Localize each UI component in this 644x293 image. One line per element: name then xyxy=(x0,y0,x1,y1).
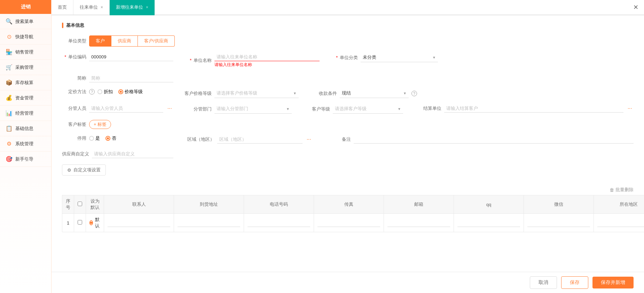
pricing-help-icon[interactable]: ? xyxy=(89,89,95,95)
sidebar-item-search[interactable]: 🔍 搜索菜单 xyxy=(0,14,51,29)
gear-icon: ⚙ xyxy=(67,168,71,173)
customer-level-select[interactable]: 请选择客户等级 ▼ xyxy=(333,104,403,114)
pricing-radio-discount[interactable]: 折扣 xyxy=(97,89,113,95)
disabled-yes-label: 是 xyxy=(95,135,100,141)
tab-new-partner-label: 新增往来单位 xyxy=(116,4,143,10)
basic-icon: 📋 xyxy=(6,125,13,132)
cell-email[interactable] xyxy=(384,214,454,232)
row-checkbox[interactable] xyxy=(78,220,82,225)
tab-bar-close-all[interactable]: ✕ xyxy=(628,3,644,11)
cancel-button[interactable]: 取消 xyxy=(530,276,557,289)
sidebar-item-system[interactable]: ⚙ 系统管理 xyxy=(0,136,51,152)
tab-partners[interactable]: 往来单位 × xyxy=(73,0,110,15)
unit-class-select[interactable]: 未分类 ▼ xyxy=(361,53,438,62)
cell-fax[interactable] xyxy=(314,214,384,232)
contact-input[interactable] xyxy=(108,219,170,227)
pricing-group: 定价方法 ? 折扣 价格等级 xyxy=(62,89,173,95)
sidebar-item-finance[interactable]: 💰 资金管理 xyxy=(0,90,51,106)
tag-group: 客户标签 + 标签 xyxy=(62,120,634,129)
cell-contact[interactable] xyxy=(104,214,174,232)
col-contact: 联系人 xyxy=(104,195,174,214)
type-btn-customer[interactable]: 客户 xyxy=(89,35,111,47)
supervisor-more-icon[interactable]: ··· xyxy=(166,105,173,112)
remark-input[interactable] xyxy=(354,135,634,144)
tag-label: 客户标签 xyxy=(62,121,86,128)
cell-region[interactable] xyxy=(594,214,644,232)
table-toolbar: 🗑 批量删除 xyxy=(62,187,634,193)
tab-home-label: 首页 xyxy=(58,4,67,10)
sidebar-item-basic[interactable]: 📋 基础信息 xyxy=(0,121,51,136)
type-btn-supplier[interactable]: 供应商 xyxy=(111,35,138,47)
sidebar-item-label: 基础信息 xyxy=(15,125,33,132)
unit-code-input[interactable] xyxy=(89,53,173,61)
tab-home[interactable]: 首页 xyxy=(52,0,73,15)
default-label: 默认 xyxy=(94,217,100,229)
settlement-input[interactable] xyxy=(444,104,623,113)
dept-select[interactable]: 请输入分管部门 ▼ xyxy=(214,104,292,114)
sidebar-item-operations[interactable]: 📊 经营管理 xyxy=(0,106,51,121)
sidebar-item-purchase[interactable]: 🛒 采购管理 xyxy=(0,60,51,75)
payment-select[interactable]: 现结 ▼ xyxy=(340,89,409,98)
pricing-label: 定价方法 xyxy=(62,89,86,95)
batch-delete-button[interactable]: 🗑 批量删除 xyxy=(610,187,634,193)
supplier-custom-input[interactable] xyxy=(92,150,173,158)
cell-address[interactable] xyxy=(174,214,244,232)
supervisor-input[interactable] xyxy=(89,104,163,113)
disabled-label: 停用 xyxy=(62,135,86,141)
settlement-more-icon[interactable]: ··· xyxy=(626,105,634,112)
save-new-button[interactable]: 保存并新增 xyxy=(592,277,634,288)
chevron-down-icon: ▼ xyxy=(432,56,436,59)
tab-partners-label: 往来单位 xyxy=(80,4,98,10)
unit-type-row: 单位类型 客户 供应商 客户/供应商 xyxy=(62,35,634,47)
qq-input[interactable] xyxy=(457,219,520,227)
sidebar-item-label: 销售管理 xyxy=(15,49,33,55)
disabled-yes[interactable]: 是 xyxy=(89,135,100,141)
supervisor-label: 分管人员 xyxy=(62,105,86,112)
trash-icon: 🗑 xyxy=(610,187,614,193)
save-button[interactable]: 保存 xyxy=(561,276,588,289)
select-all-checkbox[interactable] xyxy=(78,202,82,206)
content-area: 基本信息 单位类型 客户 供应商 客户/供应商 * 单位编码 xyxy=(52,15,644,272)
custom-settings-label: 自定义项设置 xyxy=(73,167,101,173)
cell-phone[interactable] xyxy=(244,214,314,232)
sidebar-item-guide[interactable]: 🎯 新手引导 xyxy=(0,152,51,167)
custom-settings-button[interactable]: ⚙ 自定义项设置 xyxy=(62,164,106,176)
wechat-input[interactable] xyxy=(527,219,590,227)
unit-name-input[interactable] xyxy=(214,53,320,61)
section-header: 基本信息 xyxy=(62,22,634,29)
tab-new-partner-close[interactable]: × xyxy=(146,5,148,10)
tab-partners-close[interactable]: × xyxy=(101,5,103,10)
region-cell-input[interactable] xyxy=(597,219,644,227)
unit-class-label: * 单位分类 xyxy=(333,55,358,61)
fax-input[interactable] xyxy=(317,219,380,227)
row-default-radio[interactable]: 默认 xyxy=(89,217,100,229)
disabled-group: 停用 是 否 xyxy=(62,135,173,141)
abbr-input[interactable] xyxy=(89,74,173,82)
disabled-no[interactable]: 否 xyxy=(105,135,116,141)
sidebar-item-stock[interactable]: 📦 库存核算 xyxy=(0,75,51,90)
pricing-radio-group: 折扣 价格等级 xyxy=(97,89,143,95)
unit-type-group: 单位类型 客户 供应商 客户/供应商 xyxy=(62,35,175,47)
col-default-radio: 设为默认 xyxy=(86,195,104,214)
add-tag-button[interactable]: + 标签 xyxy=(89,120,111,129)
customer-price-select[interactable]: 请选择客户价格等级 ▼ xyxy=(214,89,299,98)
sidebar-item-quicknav[interactable]: ⊙ 快捷导航 xyxy=(0,29,51,44)
region-input[interactable] xyxy=(217,135,303,144)
cell-wechat[interactable] xyxy=(524,214,594,232)
type-btn-both[interactable]: 客户/供应商 xyxy=(138,35,175,47)
customer-price-group: 客户价格等级 请选择客户价格等级 ▼ xyxy=(180,89,299,98)
dept-group: 分管部门 请输入分管部门 ▼ xyxy=(187,104,292,114)
price-level-radio-dot xyxy=(120,91,122,93)
pricing-radio-price-level[interactable]: 价格等级 xyxy=(118,89,143,95)
address-input[interactable] xyxy=(178,219,240,227)
cell-qq[interactable] xyxy=(454,214,524,232)
sidebar-item-label: 快捷导航 xyxy=(15,34,33,40)
region-more-icon[interactable]: ··· xyxy=(305,136,313,143)
phone-input[interactable] xyxy=(248,219,310,227)
tab-new-partner[interactable]: 新增往来单位 × xyxy=(110,0,155,15)
payment-help-icon[interactable]: ? xyxy=(411,91,417,96)
email-input[interactable] xyxy=(387,219,450,227)
sidebar-item-sales[interactable]: 🏪 销售管理 xyxy=(0,44,51,60)
customer-price-chevron: ▼ xyxy=(293,91,297,95)
section-bar xyxy=(62,23,63,28)
